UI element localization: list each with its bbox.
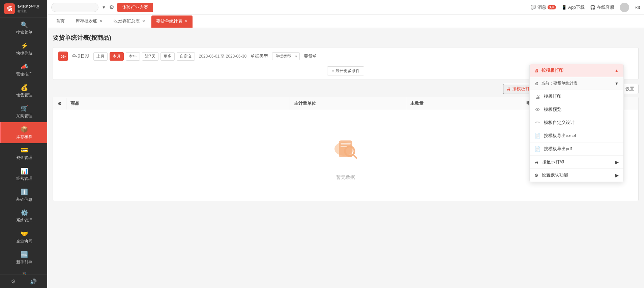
sidebar-item-system[interactable]: ⚙️系统管理 xyxy=(0,206,47,227)
export-pdf-icon: 📄 xyxy=(534,146,540,152)
inventory-icon: 📦 xyxy=(21,126,28,133)
dropdown-item-default-func[interactable]: ⚙ 设置默认功能 ▶ xyxy=(530,169,623,182)
tab-close-receipt-summary[interactable]: ✕ xyxy=(142,19,145,24)
tab-close-inventory-batch[interactable]: ✕ xyxy=(99,19,103,24)
settings-gear-icon[interactable]: ⚙ xyxy=(109,4,114,10)
empty-icon xyxy=(329,130,362,170)
dropdown-item-template-preview[interactable]: 👁 模板预览 xyxy=(530,103,623,116)
operation-icon: 📊 xyxy=(21,167,28,175)
app-name: 畅捷通好生意 xyxy=(18,4,40,9)
basic-icon: ℹ️ xyxy=(21,188,28,196)
app-logo: 畅 畅捷通好生意 标准版 xyxy=(0,0,47,18)
shortcut-icon: ⚡ xyxy=(21,42,28,50)
template-preview-icon: 👁 xyxy=(534,107,540,113)
dropdown-item-export-excel[interactable]: 📄 按模板导出excel xyxy=(530,129,623,142)
settings-icon[interactable]: ⚙ xyxy=(11,278,16,285)
app-edition: 标准版 xyxy=(18,9,40,13)
tab-label-order-stats: 要货单统计表 xyxy=(156,18,182,24)
finance-icon: 💳 xyxy=(21,147,28,154)
export-excel-icon: 📄 xyxy=(534,133,540,139)
col-gear[interactable]: ⚙ xyxy=(53,98,66,109)
page-content: 要货单统计表(按商品) ≫ 单据日期 上月本月本年近7天更多自定义 2023-0… xyxy=(47,28,644,288)
app-download-button[interactable]: 📱 App下载 xyxy=(561,4,585,10)
dropdown-current: 🖨 当前：要货单统计表 ▼ xyxy=(530,77,623,90)
sidebar-item-marketing[interactable]: 📣营销推广 xyxy=(0,60,47,81)
dropdown-item-display-print[interactable]: 🖨 按显示打印 ▶ xyxy=(530,156,623,169)
sidebar-item-basic[interactable]: ℹ️基础信息 xyxy=(0,185,47,206)
search-dropdown-icon[interactable]: ▼ xyxy=(102,5,106,10)
template-print-icon: 🖨 xyxy=(534,94,540,99)
online-service-button[interactable]: 🎧 在线客服 xyxy=(590,4,614,10)
expand-button[interactable]: ≡ 展开更多条件 xyxy=(327,66,364,75)
template-design-icon: ✏ xyxy=(534,120,540,126)
type-select[interactable]: 单据类型 xyxy=(272,52,300,60)
user-name: Rit xyxy=(635,5,640,10)
col-unit: 主计量单位 xyxy=(290,97,406,110)
sidebar-item-search[interactable]: 🔍搜索菜单 xyxy=(0,18,47,39)
sidebar-bottom: ⚙ 🔊 xyxy=(0,275,47,288)
sidebar-nav: 🔍搜索菜单⚡快捷导航📣营销推广💰销售管理🛒采购管理📦库存核算💳资金管理📊经营管理… xyxy=(0,18,47,275)
industry-plan-button[interactable]: 体验行业方案 xyxy=(117,3,153,12)
date-range: 2023-06-01 至 2023-06-30 xyxy=(199,54,246,59)
svg-line-5 xyxy=(353,155,356,158)
sidebar-item-guide[interactable]: 🆕新手引导 xyxy=(0,248,47,268)
sidebar-item-finance[interactable]: 💳资金管理 xyxy=(0,143,47,164)
date-btn-本月[interactable]: 本月 xyxy=(110,52,124,61)
date-btn-自定义[interactable]: 自定义 xyxy=(177,52,195,61)
current-chevron: ▼ xyxy=(615,81,619,86)
print-dropdown-menu: 🖨 按模板打印 ▲ 🖨 当前：要货单统计表 ▼ 🖨 模板打印 👁 xyxy=(529,64,624,182)
printer-icon: 🖨 xyxy=(506,87,511,92)
print-icon: 🖨 xyxy=(534,68,539,73)
sidebar-item-shortcut[interactable]: ⚡快捷导航 xyxy=(0,39,47,60)
type-select-wrapper: 单据类型 xyxy=(272,52,300,60)
search-input[interactable] xyxy=(51,3,98,12)
col-product: 商品 xyxy=(66,97,290,110)
audio-icon[interactable]: 🔊 xyxy=(30,278,37,285)
filter-toggle-button[interactable]: ≫ xyxy=(58,52,68,61)
svg-rect-2 xyxy=(341,143,351,145)
sidebar-item-operation[interactable]: 📊经营管理 xyxy=(0,164,47,185)
tab-label-receipt-summary: 收发存汇总表 xyxy=(114,18,140,24)
tab-close-order-stats[interactable]: ✕ xyxy=(184,19,188,24)
type-label: 单据类型 xyxy=(251,53,268,59)
expand-icon: ≡ xyxy=(331,69,334,73)
date-btn-上月[interactable]: 上月 xyxy=(93,52,108,61)
phone-icon: 📱 xyxy=(561,5,567,10)
sidebar-item-apps[interactable]: 📱应用中心 xyxy=(0,268,47,275)
tab-receipt-summary[interactable]: 收发存汇总表✕ xyxy=(109,15,150,28)
tab-inventory-batch[interactable]: 库存批次账✕ xyxy=(71,15,108,28)
guide-icon: 🆕 xyxy=(21,251,28,258)
sidebar-item-purchase[interactable]: 🛒采购管理 xyxy=(0,101,47,122)
empty-text: 暂无数据 xyxy=(336,174,355,181)
sales-icon: 💰 xyxy=(21,84,28,91)
dropdown-item-template-print[interactable]: 🖨 模板打印 xyxy=(530,90,623,103)
topbar: ▼ ⚙ 体验行业方案 💬 消息 99+ 📱 App下载 🎧 在线客服 Rit xyxy=(47,0,644,15)
display-print-icon: 🖨 xyxy=(534,160,539,165)
search-icon: 🔍 xyxy=(21,21,28,29)
col-qty: 主数量 xyxy=(406,97,522,110)
dropdown-item-template-design[interactable]: ✏ 模板自定义设计 xyxy=(530,116,623,129)
tab-home[interactable]: 首页 xyxy=(51,15,69,28)
extra-label: 要货单 xyxy=(304,53,317,59)
dropdown-header: 🖨 按模板打印 ▲ xyxy=(530,64,623,77)
date-label: 单据日期 xyxy=(72,53,89,59)
messages-button[interactable]: 💬 消息 99+ xyxy=(531,4,556,10)
avatar[interactable] xyxy=(620,3,629,12)
sidebar-item-inventory[interactable]: 📦库存核算 xyxy=(0,122,47,143)
topbar-right: 💬 消息 99+ 📱 App下载 🎧 在线客服 Rit xyxy=(531,3,640,12)
chevron-up-icon[interactable]: ▲ xyxy=(614,68,619,73)
default-func-chevron: ▶ xyxy=(615,173,619,178)
date-btn-近7天[interactable]: 近7天 xyxy=(142,52,158,61)
tab-order-stats[interactable]: 要货单统计表✕ xyxy=(151,15,193,28)
page-title: 要货单统计表(按商品) xyxy=(53,34,639,42)
dropdown-item-export-pdf[interactable]: 📄 按模板导出pdf xyxy=(530,142,623,156)
logo-icon: 畅 xyxy=(4,3,15,14)
main-area: ▼ ⚙ 体验行业方案 💬 消息 99+ 📱 App下载 🎧 在线客服 Rit 首… xyxy=(47,0,644,288)
date-btn-本年[interactable]: 本年 xyxy=(126,52,140,61)
date-options: 上月本月本年近7天更多自定义 xyxy=(93,52,195,61)
sidebar-item-collab[interactable]: 🤝企业协同 xyxy=(0,227,47,248)
tab-label-home: 首页 xyxy=(56,18,65,24)
default-func-icon: ⚙ xyxy=(534,173,538,178)
sidebar-item-sales[interactable]: 💰销售管理 xyxy=(0,81,47,101)
date-btn-更多[interactable]: 更多 xyxy=(160,52,175,61)
